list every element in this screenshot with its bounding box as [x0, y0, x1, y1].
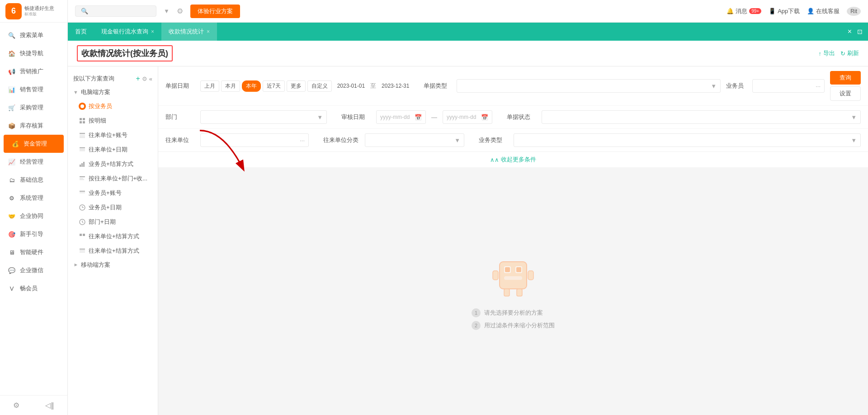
doc-type-select[interactable]: ▼ — [457, 79, 721, 93]
panel-item-by-detail[interactable]: 按明细 — [68, 113, 158, 128]
user-area[interactable]: Rit — [847, 7, 861, 16]
panel-settings-icon[interactable]: ⚙ — [142, 75, 147, 82]
panel-item-salesman-account[interactable]: 业务员+账号 — [68, 186, 158, 200]
partner-account-icon — [79, 132, 86, 139]
online-service-area[interactable]: 👤 在线客服 — [807, 7, 840, 15]
filter-row3: 往来单位 ··· 往来单位分类 ▼ 业务类型 — [158, 129, 868, 151]
settings-btn[interactable]: 设置 — [830, 86, 861, 101]
partner-input[interactable]: ··· — [200, 133, 309, 147]
sidebar-item-inventory[interactable]: 📦 库存核算 — [0, 117, 67, 135]
settings-bottom-icon[interactable]: ⚙ — [13, 401, 19, 410]
partner-date-icon — [79, 146, 86, 153]
bell-icon: 🔔 — [726, 8, 734, 14]
dept-select[interactable]: ▼ — [200, 110, 327, 124]
panel-collapse-icon[interactable]: « — [149, 75, 152, 82]
page-title: 收款情况统计(按业务员) — [77, 45, 173, 61]
svg-rect-2 — [83, 118, 85, 120]
tab-close-collection[interactable]: × — [207, 28, 210, 35]
panel-item-dept-date[interactable]: 部门+日期 — [68, 215, 158, 229]
collapse-btn[interactable]: ∧∧ 收起更多条件 — [158, 151, 868, 167]
result-tip-1: 1 请先选择要分析的方案 — [472, 308, 555, 317]
audit-date-to[interactable]: yyyy-mm-dd 📅 — [443, 110, 492, 124]
business-type-select[interactable]: ▼ — [514, 133, 861, 147]
tab-close-all-icon[interactable]: × — [848, 28, 852, 36]
svg-rect-1 — [80, 118, 82, 120]
salesman-account-icon — [79, 189, 86, 197]
section-mobile[interactable]: ▼ 移动端方案 — [68, 258, 158, 272]
sidebar-item-wechat[interactable]: 💬 企业微信 — [0, 261, 67, 279]
panel-item-salesman-date[interactable]: 业务员+日期 — [68, 200, 158, 215]
partner-classify-select[interactable]: ▼ — [365, 133, 464, 147]
filter-section: 单据日期 上月 本月 本年 近7天 更多 自定义 2023-01-01 至 20… — [158, 66, 868, 167]
service-icon: 👤 — [807, 8, 814, 14]
date-btn-this-month[interactable]: 本月 — [221, 80, 240, 92]
date-btn-more[interactable]: 更多 — [287, 80, 306, 92]
date-btn-last-month[interactable]: 上月 — [200, 80, 219, 92]
marketing-icon: 📢 — [7, 67, 16, 76]
panel-item-partner-settle1[interactable]: 往来单位+结算方式 — [68, 229, 158, 244]
panel-item-partner-settle2[interactable]: 往来单位+结算方式 — [68, 244, 158, 258]
sidebar-item-purchase[interactable]: 🛒 采购管理 — [0, 99, 67, 117]
business-type-label: 业务类型 — [479, 136, 508, 144]
sidebar-item-operation[interactable]: 📈 经营管理 — [0, 153, 67, 171]
partner-classify-label: 往来单位分类 — [323, 136, 359, 144]
date-btn-this-year[interactable]: 本年 — [242, 80, 261, 92]
export-icon: ↑ — [819, 50, 822, 57]
tab-close-bank-flow[interactable]: × — [151, 28, 154, 35]
tab-collection[interactable]: 收款情况统计 × — [161, 23, 217, 41]
tab-home[interactable]: 首页 — [68, 23, 94, 41]
sidebar: 6 畅捷通好生意 标准版 🔍 搜索菜单 🏠 快捷导航 📢 营销推广 📊 销售管理… — [0, 0, 68, 415]
panel-item-partner-account[interactable]: 往来单位+账号 — [68, 128, 158, 142]
query-btn[interactable]: 查询 — [830, 71, 861, 85]
partner-label: 往来单位 — [165, 136, 195, 144]
sidebar-item-member[interactable]: V 畅会员 — [0, 279, 67, 297]
sidebar-item-marketing[interactable]: 📢 营销推广 — [0, 62, 67, 80]
app-download-area[interactable]: 📱 App下载 — [769, 7, 800, 15]
section-desktop[interactable]: ▼ 电脑端方案 — [68, 85, 158, 99]
sidebar-item-guide[interactable]: 🎯 新手引导 — [0, 225, 67, 243]
panel-add-icon[interactable]: + — [136, 75, 140, 83]
panel-item-salesman-settle[interactable]: 业务员+结算方式 — [68, 157, 158, 171]
audit-date-from[interactable]: yyyy-mm-dd 📅 — [376, 110, 426, 124]
tab-maximize-icon[interactable]: ⊡ — [857, 28, 863, 35]
svg-rect-5 — [80, 133, 85, 134]
svg-rect-9 — [80, 147, 85, 148]
sidebar-item-shortcut[interactable]: 🏠 快捷导航 — [0, 44, 67, 62]
sidebar-item-hardware[interactable]: 🖥 智能硬件 — [0, 243, 67, 261]
collapse-sidebar-icon[interactable]: ◁‖ — [45, 401, 54, 410]
partner-settle2-icon — [79, 247, 86, 255]
sidebar-item-system[interactable]: ⚙ 系统管理 — [0, 189, 67, 207]
sidebar-item-finance[interactable]: 💰 资金管理 — [4, 135, 64, 153]
sidebar-item-sales[interactable]: 📊 销售管理 — [0, 80, 67, 99]
salesman-item-icon — [79, 103, 86, 110]
partner-dept-icon — [79, 175, 86, 182]
member-icon: V — [7, 284, 16, 293]
topbar-search-box[interactable]: 🔍 — [75, 5, 156, 17]
notification-area[interactable]: 🔔 消息 99+ — [726, 7, 761, 15]
solution-btn[interactable]: 体验行业方案 — [190, 5, 240, 18]
salesman-select[interactable]: ··· — [752, 79, 825, 93]
doc-status-select[interactable]: ▼ — [542, 110, 861, 124]
panel-item-by-salesman[interactable]: 按业务员 — [68, 99, 158, 113]
date-btn-last-7-days[interactable]: 近7天 — [263, 80, 285, 92]
panel-item-partner-date[interactable]: 往来单位+日期 — [68, 142, 158, 157]
sidebar-item-enterprise[interactable]: 🤝 企业协同 — [0, 207, 67, 225]
panel-item-partner-dept[interactable]: 按往来单位+部门+收... — [68, 171, 158, 186]
svg-rect-38 — [528, 271, 533, 280]
svg-rect-13 — [81, 163, 83, 167]
sidebar-item-search[interactable]: 🔍 搜索菜单 — [0, 26, 67, 44]
tab-bank-flow[interactable]: 现金银行流水查询 × — [94, 23, 161, 41]
refresh-btn[interactable]: ↻ 刷新 — [840, 49, 859, 57]
export-btn[interactable]: ↑ 导出 — [819, 49, 835, 57]
result-area: 1 请先选择要分析的方案 2 用过滤条件来缩小分析范围 — [158, 167, 868, 415]
sidebar-item-base[interactable]: 🗂 基础信息 — [0, 171, 67, 189]
action-buttons: 查询 设置 — [830, 71, 861, 101]
notification-badge: 99+ — [749, 8, 761, 14]
date-btn-custom[interactable]: 自定义 — [307, 80, 332, 92]
date-from-display: 2023-01-01 — [337, 83, 365, 89]
audit-date-label: 审核日期 — [341, 113, 371, 121]
date-to-display: 2023-12-31 — [382, 83, 409, 89]
topbar-gear-icon[interactable]: ⚙ — [177, 7, 183, 15]
topbar-dropdown-icon[interactable]: ▼ — [164, 8, 170, 14]
main-area: 🔍 ▼ ⚙ 体验行业方案 🔔 消息 99+ 📱 App下载 👤 在线客服 Rit — [68, 0, 868, 415]
